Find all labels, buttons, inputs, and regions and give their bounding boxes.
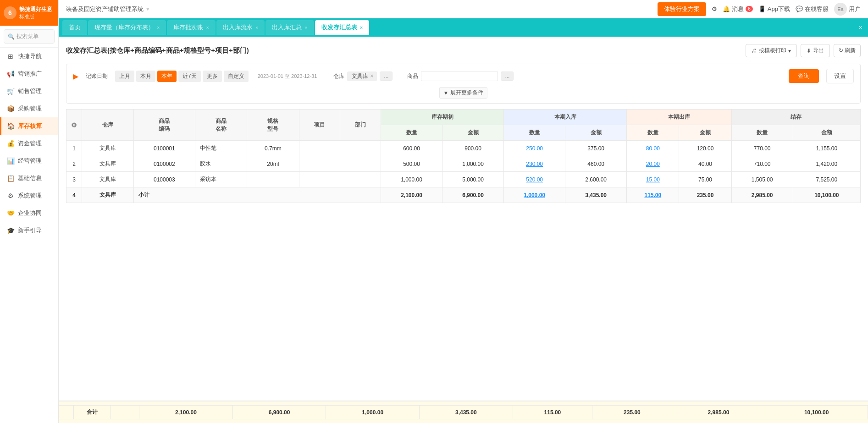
row-department — [340, 156, 381, 172]
tab-home[interactable]: 首页 — [62, 20, 87, 35]
row-goods-name: 采访本 — [195, 172, 247, 187]
goods-filter: 商品 ... — [407, 71, 514, 81]
online-service-btn[interactable]: 💬 在线客服 — [796, 5, 829, 13]
sidebar: 6 畅捷通好生意 标准版 🔍 搜索菜单 ⊞ 快捷导航 📢 营销推广 🛒 销售管理… — [0, 0, 59, 423]
subtotal-label: 小计 — [133, 187, 381, 203]
goods-more-btn[interactable]: ... — [501, 71, 514, 81]
date-btn-more[interactable]: 更多 — [203, 71, 222, 82]
subtotal-in-qty[interactable]: 1,000.00 — [504, 187, 565, 203]
user-menu-btn[interactable]: Ea 用户 — [834, 3, 861, 16]
row-in-amt: 375.00 — [565, 141, 627, 156]
row-out-qty[interactable]: 15.00 — [627, 172, 679, 187]
sidebar-item-system[interactable]: ⚙ 系统管理 — [0, 187, 58, 204]
date-btn-this-month[interactable]: 本月 — [136, 71, 155, 82]
finance-icon: 💰 — [7, 140, 14, 147]
sidebar-logo[interactable]: 6 畅捷通好生意 标准版 — [0, 0, 58, 26]
tab-batch[interactable]: 库存批次账 × — [167, 20, 215, 35]
col-closing-qty-header: 数量 — [731, 125, 793, 141]
topbar-actions: 体验行业方案 ⚙ 🔔 消息 6 📱 App下载 💬 在线客服 Ea — [658, 2, 861, 16]
sidebar-item-operation[interactable]: 📊 经营管理 — [0, 152, 58, 170]
row-in-qty[interactable]: 520.00 — [504, 172, 565, 187]
total-opening-amt: 6,900.00 — [232, 406, 326, 419]
tabbar-close-all[interactable]: × — [859, 24, 862, 31]
row-num: 3 — [66, 172, 82, 187]
row-goods-code: 0100003 — [133, 172, 195, 187]
tab-close-icon[interactable]: × — [157, 25, 160, 30]
tab-receivable-summary[interactable]: 收发存汇总表 × — [315, 20, 369, 35]
subtotal-opening-amt: 6,900.00 — [442, 187, 504, 203]
row-out-amt: 40.00 — [679, 156, 731, 172]
total-closing-amt: 10,100.00 — [765, 406, 868, 419]
warehouse-more-btn[interactable]: ... — [380, 71, 393, 81]
settings-icon-btn[interactable]: ⚙ — [712, 5, 717, 12]
tab-close-icon[interactable]: × — [304, 25, 307, 30]
tab-close-icon-active[interactable]: × — [360, 25, 363, 30]
table-header-group: ⚙ 仓库 商品编码 商品名称 规格型号 项目 部门 库存期初 本期入库 本期出库… — [66, 110, 861, 125]
sidebar-item-finance[interactable]: 💰 资金管理 — [0, 135, 58, 152]
page-header-actions: 🖨 按模板打印 ▾ ⬇ 导出 ↻ 刷新 — [746, 44, 861, 57]
row-out-qty[interactable]: 80.00 — [627, 141, 679, 156]
row-opening-qty: 500.00 — [381, 156, 442, 172]
row-in-amt: 2,600.00 — [565, 172, 627, 187]
search-menu-button[interactable]: 🔍 搜索菜单 — [4, 29, 55, 44]
row-in-qty[interactable]: 250.00 — [504, 141, 565, 156]
expand-conditions-btn[interactable]: ▼ 展开更多条件 — [439, 87, 488, 99]
row-goods-code: 0100001 — [133, 141, 195, 156]
tab-summary-inout[interactable]: 出入库汇总 × — [265, 20, 314, 35]
topbar: 装备及固定资产辅助管理系统 ▾ 体验行业方案 ⚙ 🔔 消息 6 📱 App下载 … — [59, 0, 868, 18]
row-in-qty[interactable]: 230.00 — [504, 156, 565, 172]
total-row: 合计 2,100.00 6,900.00 1,000.00 3,435.00 1… — [59, 406, 868, 419]
messages-btn[interactable]: 🔔 消息 6 — [723, 5, 753, 13]
col-goods-name-header: 商品名称 — [195, 110, 247, 141]
page-title: 收发存汇总表(按仓库+商品编码+商品+规格型号+项目+部门) — [66, 46, 249, 55]
sidebar-item-basic[interactable]: 📋 基础信息 — [0, 170, 58, 187]
page-header: 收发存汇总表(按仓库+商品编码+商品+规格型号+项目+部门) 🖨 按模板打印 ▾… — [66, 44, 861, 57]
date-btn-7days[interactable]: 近7天 — [178, 71, 201, 82]
sidebar-item-inventory[interactable]: 🏠 库存核算 — [0, 117, 58, 135]
experience-btn[interactable]: 体验行业方案 — [658, 2, 706, 16]
row-project — [299, 172, 340, 187]
inventory-icon: 🏠 — [7, 122, 14, 130]
tab-inventory-dist[interactable]: 现存量（库存分布表） × — [88, 20, 166, 35]
export-btn[interactable]: ⬇ 导出 — [801, 44, 830, 57]
settings-button[interactable]: 设置 — [826, 69, 854, 83]
sidebar-item-purchase[interactable]: 📦 采购管理 — [0, 100, 58, 117]
download-icon: 📱 — [758, 5, 766, 12]
tab-close-icon[interactable]: × — [255, 25, 258, 30]
date-btn-last-month[interactable]: 上月 — [115, 71, 134, 82]
subtotal-num: 4 — [66, 187, 82, 203]
warehouse-tag-close[interactable]: × — [370, 73, 373, 79]
date-btn-custom[interactable]: 自定义 — [224, 71, 249, 82]
tab-close-icon[interactable]: × — [206, 25, 209, 30]
chevron-down-icon: ▾ — [788, 48, 791, 54]
date-range-display: 2023-01-01 至 2023-12-31 — [258, 73, 317, 80]
filter-collapse-btn[interactable]: ▶ — [73, 72, 78, 81]
data-table-container: ⚙ 仓库 商品编码 商品名称 规格型号 项目 部门 库存期初 本期入库 本期出库… — [66, 109, 861, 203]
row-out-qty[interactable]: 20.00 — [627, 156, 679, 172]
avatar: Ea — [834, 3, 847, 16]
refresh-btn[interactable]: ↻ 刷新 — [834, 44, 861, 57]
row-closing-qty: 710.00 — [731, 156, 793, 172]
subtotal-in-amt: 3,435.00 — [565, 187, 627, 203]
app-download-btn[interactable]: 📱 App下载 — [758, 5, 790, 13]
basic-icon: 📋 — [7, 175, 14, 182]
date-btn-this-year[interactable]: 本年 — [157, 71, 177, 82]
subtotal-out-qty[interactable]: 115.00 — [627, 187, 679, 203]
print-btn[interactable]: 🖨 按模板打印 ▾ — [746, 44, 797, 57]
sidebar-navigation: ⊞ 快捷导航 📢 营销推广 🛒 销售管理 📦 采购管理 🏠 库存核算 💰 资金管… — [0, 48, 58, 423]
sidebar-item-quick-nav[interactable]: ⊞ 快捷导航 — [0, 48, 58, 65]
bell-icon: 🔔 — [723, 5, 730, 12]
col-warehouse-header: 仓库 — [82, 110, 134, 141]
tab-flow[interactable]: 出入库流水 × — [216, 20, 265, 35]
goods-input[interactable] — [421, 71, 498, 81]
query-button[interactable]: 查询 — [789, 69, 819, 83]
sidebar-item-marketing[interactable]: 📢 营销推广 — [0, 65, 58, 82]
row-warehouse: 文具库 — [82, 141, 134, 156]
sidebar-item-collab[interactable]: 🤝 企业协同 — [0, 204, 58, 222]
table-settings-icon[interactable]: ⚙ — [71, 121, 77, 129]
sidebar-item-sales[interactable]: 🛒 销售管理 — [0, 82, 58, 100]
col-in-amt-header: 金额 — [565, 125, 627, 141]
sidebar-item-guide[interactable]: 🎓 新手引导 — [0, 222, 58, 239]
row-opening-amt: 1,000.00 — [442, 156, 504, 172]
row-opening-qty: 600.00 — [381, 141, 442, 156]
